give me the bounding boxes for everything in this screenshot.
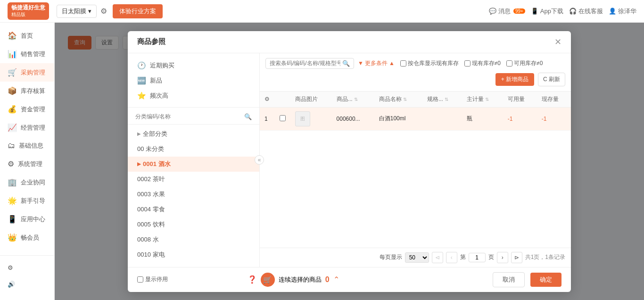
- row-unit: 瓶: [462, 107, 503, 130]
- th-code[interactable]: 商品... ⇅: [332, 92, 374, 108]
- sidebar-item-guide[interactable]: 🌟 新手引导: [0, 192, 54, 210]
- quick-item-new[interactable]: 🆕 新品: [128, 73, 259, 88]
- finance-icon: 💰: [8, 105, 17, 114]
- th-spec[interactable]: 规格... ⇅: [422, 92, 462, 108]
- checkbox-warehouse-stock[interactable]: 按仓库显示现有库存: [400, 59, 459, 67]
- next-page-button[interactable]: ›: [497, 252, 508, 263]
- page-size-select[interactable]: 50 10 20 100: [405, 252, 429, 263]
- quick-items: 🕐 近期购买 🆕 新品 ⭐ 频次高: [128, 58, 259, 108]
- cat-item-fruit[interactable]: 0003 水果: [128, 187, 259, 202]
- member-icon: 👑: [8, 233, 17, 242]
- cart-count: 0: [325, 275, 330, 284]
- modal-header: 商品参照 ✕: [128, 31, 571, 53]
- cat-item-liquor[interactable]: ▶ 0001 酒水: [128, 157, 259, 172]
- cat-item-water[interactable]: 0008 水: [128, 232, 259, 247]
- sidebar-item-member[interactable]: 👑 畅会员: [0, 228, 54, 247]
- search-icon[interactable]: 🔍: [342, 60, 350, 67]
- cat-item-snacks[interactable]: 0004 零食: [128, 202, 259, 217]
- th-name[interactable]: 商品名称 ⇅: [374, 92, 422, 108]
- gear-icon[interactable]: ⚙: [100, 7, 107, 16]
- cat-item-all[interactable]: ▶ 全部分类: [128, 126, 259, 142]
- collapse-footer-button[interactable]: ⌃: [333, 275, 339, 284]
- sidebar-volume-btn[interactable]: 🔊: [0, 276, 54, 292]
- page-number-input[interactable]: [469, 253, 486, 262]
- cat-label-fruit: 0003 水果: [137, 190, 165, 199]
- messages-button[interactable]: 💬 消息 99+: [489, 7, 525, 16]
- sidebar-item-apps[interactable]: 📱 应用中心: [0, 210, 54, 228]
- sidebar-item-system[interactable]: ⚙ 系统管理: [0, 155, 54, 173]
- sidebar-item-inventory[interactable]: 📦 库存核算: [0, 82, 54, 100]
- cat-label-water: 0008 水: [137, 235, 159, 244]
- table-row[interactable]: 1 图 000600... 白酒100ml 瓶: [260, 107, 571, 130]
- search-icon[interactable]: 🔍: [244, 113, 252, 120]
- modal-close-button[interactable]: ✕: [554, 37, 561, 47]
- sales-icon: 📊: [8, 50, 17, 58]
- quick-item-recent[interactable]: 🕐 近期购买: [128, 58, 259, 73]
- checkbox-current-stock[interactable]: 现有库存≠0: [464, 59, 501, 67]
- available-stock-checkbox[interactable]: [506, 60, 512, 67]
- star-icon: ⭐: [137, 92, 146, 100]
- sidebar-label-member: 畅会员: [21, 233, 39, 242]
- product-search-input[interactable]: [270, 60, 340, 67]
- last-page-button[interactable]: ⊳: [511, 252, 522, 263]
- store-selector[interactable]: 日太阳膜 ▾: [57, 5, 97, 18]
- th-settings[interactable]: ⚙: [260, 92, 275, 108]
- sidebar-item-sales[interactable]: 📊 销售管理: [0, 45, 54, 63]
- quick-label-frequent: 频次高: [150, 92, 168, 100]
- online-service-button[interactable]: 🎧 在线客服: [569, 7, 603, 16]
- sidebar-label-basicinfo: 基础信息: [19, 142, 43, 150]
- collapse-panel-button[interactable]: «: [255, 155, 264, 165]
- warehouse-stock-checkbox[interactable]: [400, 60, 406, 67]
- th-image: 商品图片: [290, 92, 332, 108]
- row-select-checkbox[interactable]: [280, 115, 286, 121]
- quick-item-frequent[interactable]: ⭐ 频次高: [128, 88, 259, 103]
- row-checkbox[interactable]: [275, 107, 290, 130]
- filter-button[interactable]: ▼ 更多条件 ▲: [358, 59, 395, 67]
- footer-center: ❓ 🛒 连续选择的商品 0 ⌃: [248, 273, 339, 287]
- refresh-product-button[interactable]: C 刷新: [538, 73, 565, 86]
- total-info: 共1页，1条记录: [525, 253, 565, 261]
- store-name: 日太阳膜: [62, 7, 86, 16]
- sidebar-item-purchase[interactable]: 🛒 采购管理: [0, 63, 54, 82]
- logo: 畅捷通好生意 精品版: [8, 2, 49, 19]
- system-icon: ⚙: [8, 159, 14, 168]
- checkbox-available-stock[interactable]: 可用库存≠0: [506, 59, 543, 67]
- chevron-down-icon: ▾: [88, 8, 91, 15]
- row-name: 白酒100ml: [374, 107, 422, 130]
- filter-icon: ▼: [358, 60, 363, 67]
- current-stock-checkbox[interactable]: [464, 60, 471, 67]
- modal-toolbar: 🔍 ▼ 更多条件 ▲ 按仓库显示现有库存: [260, 53, 571, 92]
- sidebar-item-finance[interactable]: 💰 资金管理: [0, 100, 54, 118]
- sidebar-item-basic-info[interactable]: 🗂 基础信息: [0, 137, 54, 155]
- app-download-button[interactable]: 📱 App下载: [531, 7, 563, 16]
- sidebar-item-home[interactable]: 🏠 首页: [0, 26, 54, 45]
- cancel-button[interactable]: 取消: [493, 272, 525, 287]
- filter-up-icon: ▲: [389, 60, 395, 67]
- cat-item-uncategorized[interactable]: 00 未分类: [128, 142, 259, 157]
- cat-item-appliances[interactable]: 0010 家电: [128, 247, 259, 262]
- confirm-button[interactable]: 确定: [530, 273, 561, 287]
- row-stock: -1: [537, 107, 571, 130]
- show-disabled-checkbox[interactable]: 显示停用: [137, 275, 168, 283]
- cat-item-tea[interactable]: 0002 茶叶: [128, 172, 259, 187]
- warehouse-stock-label: 按仓库显示现有库存: [408, 59, 459, 67]
- th-unit[interactable]: 主计量 ⇅: [462, 92, 503, 108]
- first-page-button[interactable]: ⊲: [432, 252, 443, 263]
- user-avatar[interactable]: 👤 徐泽华: [609, 7, 636, 16]
- prev-page-button[interactable]: ‹: [446, 252, 457, 263]
- sidebar-settings-btn[interactable]: ⚙: [0, 259, 54, 276]
- help-icon[interactable]: ❓: [248, 275, 257, 284]
- add-product-button[interactable]: + 新增商品: [495, 73, 534, 86]
- trial-button[interactable]: 体验行业方案: [113, 4, 163, 18]
- current-stock-label: 现有库存≠0: [472, 59, 501, 67]
- filter-checkboxes: 按仓库显示现有库存 现有库存≠0 可用库存≠0: [400, 59, 543, 67]
- cat-item-drinks[interactable]: 0005 饮料: [128, 217, 259, 232]
- category-search-input[interactable]: [135, 113, 242, 120]
- sidebar-item-operations[interactable]: 📈 经营管理: [0, 118, 54, 137]
- disabled-checkbox[interactable]: [137, 276, 143, 283]
- row-available: -1: [503, 107, 537, 130]
- row-spec: [422, 107, 462, 130]
- modal-title: 商品参照: [137, 37, 165, 46]
- sidebar-item-enterprise[interactable]: 🏢 企业协同: [0, 173, 54, 192]
- quick-label-new: 新品: [150, 76, 162, 85]
